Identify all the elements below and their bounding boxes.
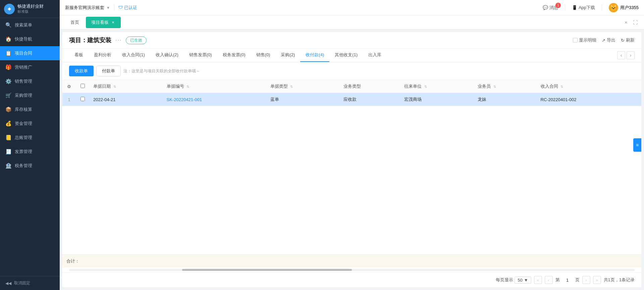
sidebar-item-search[interactable]: 🔍 搜索菜单: [0, 18, 60, 32]
row-number[interactable]: SK-20220421-001: [163, 93, 266, 106]
row-number-link[interactable]: SK-20220421-001: [167, 97, 202, 102]
settings-icon: ⚙: [67, 84, 71, 89]
tab-home[interactable]: 首页: [65, 17, 85, 28]
subnav: 看板 盈利分析 收入合同(1) 收入确认(2) 销售发票(0) 税务发票(0) …: [62, 49, 641, 62]
table-row[interactable]: 1 2022-04-21 SK-20220421-001 蓝单 应收款 宏茂商场…: [62, 93, 641, 106]
sidebar-item-marketing[interactable]: 🎁 营销推广: [0, 60, 60, 74]
show-detail-checkbox[interactable]: [573, 38, 578, 43]
app-edition: 标准版: [17, 9, 44, 14]
subnav-next-button[interactable]: ›: [627, 51, 635, 59]
sidebar-item-tax-mgmt[interactable]: 🏦 税务管理: [0, 159, 60, 173]
subnav-item-income-confirm[interactable]: 收入确认(2): [150, 49, 184, 62]
sidebar-item-fund-mgmt[interactable]: 💰 资金管理: [0, 117, 60, 131]
page-size-dropdown[interactable]: 50 ▼: [515, 277, 531, 284]
page-size-value: 50: [518, 278, 522, 283]
sidebar-item-label: 资金管理: [15, 121, 32, 127]
tab-close-button[interactable]: ×: [111, 20, 115, 25]
subnav-item-income-contract[interactable]: 收入合同(1): [117, 49, 150, 62]
select-all-checkbox[interactable]: [80, 84, 85, 88]
certified-badge: 🛡 已认证: [118, 5, 137, 11]
sidebar-item-quick-nav[interactable]: 🏠 快捷导航: [0, 32, 60, 46]
row-select-checkbox[interactable]: [80, 97, 85, 101]
scrollbar-thumb[interactable]: [182, 269, 352, 271]
export-button[interactable]: ↗ 导出: [602, 37, 615, 43]
sort-icon[interactable]: ⇅: [290, 85, 293, 88]
th-income-contract-label: 收入合同: [541, 84, 558, 89]
tabbar: 首页 项目看板 × × ⛶: [60, 15, 644, 29]
sidebar-item-sales-mgmt[interactable]: ⚙️ 销售管理: [0, 74, 60, 88]
row-partner: 宏茂商场: [400, 93, 474, 106]
last-page-button[interactable]: »: [593, 276, 601, 284]
subnav-item-receipts[interactable]: 收付款(4): [300, 49, 329, 62]
sidebar-item-label: 营销推广: [15, 64, 32, 70]
unpin-label: 取消固定: [14, 280, 30, 286]
sort-icon[interactable]: ⇅: [113, 85, 116, 88]
page-number-input[interactable]: [562, 278, 573, 283]
subnav-item-sales-invoice[interactable]: 销售发票(0): [184, 49, 217, 62]
subnav-item-other-expense[interactable]: 其他收支(1): [329, 49, 363, 62]
th-checkbox[interactable]: [76, 80, 89, 93]
sidebar-item-ledger-mgmt[interactable]: 📒 总账管理: [0, 131, 60, 145]
subnav-item-sales[interactable]: 销售(0): [251, 49, 276, 62]
sidebar-header: 畅捷通好业财 标准版: [0, 0, 60, 18]
refresh-button[interactable]: ↻ 刷新: [621, 37, 635, 43]
sort-icon[interactable]: ⇅: [424, 85, 427, 88]
sidebar-item-project-contract[interactable]: 📋 项目合同: [0, 46, 60, 60]
sidebar-footer[interactable]: ◀◀ 取消固定: [0, 276, 60, 290]
sort-icon[interactable]: ⇅: [493, 85, 496, 88]
table-wrap[interactable]: ⚙ 单据日期 ⇅ 单据编号 ⇅: [62, 80, 641, 255]
tab-project-board[interactable]: 项目看板 ×: [86, 17, 121, 28]
th-type: 单据类型 ⇅: [266, 80, 340, 93]
th-settings[interactable]: ⚙: [62, 80, 76, 93]
first-page-button[interactable]: «: [534, 276, 542, 284]
message-button[interactable]: 💬 消息 1: [543, 5, 558, 11]
sidebar-item-label: 库存核算: [15, 106, 32, 113]
next-page-button[interactable]: ›: [582, 276, 590, 284]
sidebar-item-label: 税务管理: [15, 163, 32, 169]
sidebar-item-inventory[interactable]: 📦 库存核算: [0, 102, 60, 117]
sidebar-item-label: 项目合同: [15, 50, 32, 56]
table-footer: 合计：: [62, 255, 641, 268]
topbar-actions: 💬 消息 1 📱 App下载 🐱 用户3355: [543, 3, 639, 12]
project-label-prefix: 项目：: [69, 37, 87, 44]
app-title-block: 畅捷通好业财 标准版: [17, 4, 44, 14]
ledger-icon: 📒: [5, 135, 11, 141]
refresh-icon: ↻: [621, 38, 625, 43]
row-checkbox[interactable]: [76, 93, 89, 106]
window-controls: × ⛶: [623, 19, 639, 26]
show-detail-toggle[interactable]: 显示明细: [573, 37, 596, 43]
user-menu[interactable]: 🐱 用户3355: [609, 3, 639, 12]
maximize-window-button[interactable]: ⛶: [632, 19, 639, 26]
sort-icon[interactable]: ⇅: [186, 85, 189, 88]
sidebar-item-purchase-mgmt[interactable]: 🛒 采购管理: [0, 88, 60, 102]
subnav-item-in-out[interactable]: 出入库: [363, 49, 387, 62]
row-type: 蓝单: [266, 93, 340, 106]
payment-btn[interactable]: 付款单: [96, 66, 121, 76]
right-float-button[interactable]: ≡: [633, 138, 641, 152]
user-label: 用户3355: [620, 5, 639, 11]
project-more-button[interactable]: ···: [115, 37, 122, 43]
sort-icon[interactable]: ⇅: [560, 85, 563, 88]
receipt-btn[interactable]: 收款单: [69, 66, 94, 76]
subnav-item-profit[interactable]: 盈利分析: [89, 49, 117, 62]
horizontal-scrollbar[interactable]: [69, 269, 635, 271]
subnav-item-board[interactable]: 看板: [69, 49, 89, 62]
subnav-item-purchase[interactable]: 采购(2): [275, 49, 300, 62]
account-name: 新服务官网演示账套: [65, 5, 104, 11]
page-label: 第: [555, 277, 560, 283]
subnav-item-tax-invoice[interactable]: 税务发票(0): [217, 49, 251, 62]
app-download-button[interactable]: 📱 App下载: [572, 5, 595, 11]
search-icon: 🔍: [5, 22, 11, 28]
subnav-prev-button[interactable]: ‹: [617, 51, 625, 59]
close-window-button[interactable]: ×: [623, 19, 629, 26]
sidebar-item-invoice-mgmt[interactable]: 🧾 发票管理: [0, 145, 60, 159]
sidebar-item-label: 搜索菜单: [15, 22, 32, 28]
scrollbar-area: [62, 268, 641, 272]
prev-page-button[interactable]: ‹: [545, 276, 553, 284]
home-icon: 🏠: [5, 36, 11, 42]
account-selector[interactable]: 新服务官网演示账套 ▼: [65, 5, 110, 11]
invoice-icon: 🧾: [5, 149, 11, 155]
tab-project-board-label: 项目看板: [91, 19, 109, 25]
fund-icon: 💰: [5, 121, 11, 127]
sidebar-item-label: 发票管理: [15, 149, 32, 155]
